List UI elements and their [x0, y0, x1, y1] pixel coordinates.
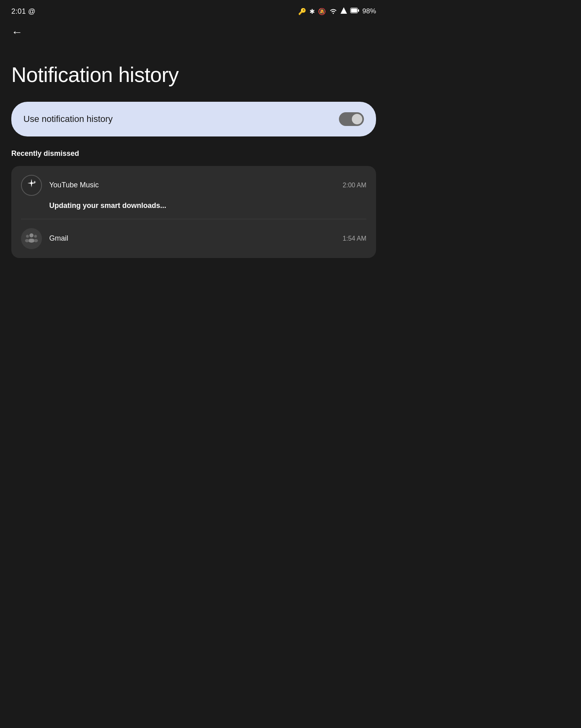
mute-icon: 🔕 [318, 8, 326, 15]
status-time: 2:01 @ [11, 7, 36, 16]
svg-marker-0 [341, 7, 347, 14]
toggle-switch[interactable] [339, 112, 364, 126]
svg-point-9 [34, 239, 38, 242]
notification-history-toggle-card[interactable]: Use notification history [11, 102, 376, 136]
battery-percent: 98% [362, 7, 376, 15]
svg-point-5 [28, 239, 35, 243]
recently-dismissed-label: Recently dismissed [0, 149, 387, 166]
gmail-app-icon [21, 228, 42, 249]
svg-rect-2 [351, 8, 357, 13]
svg-rect-3 [358, 9, 359, 12]
notification-item-gmail: Gmail 1:54 AM [11, 219, 376, 258]
back-button[interactable]: ← [11, 26, 23, 39]
ytm-sparkle-icon [25, 177, 38, 193]
nav-bar: ← [0, 21, 387, 47]
notification-left-gmail: Gmail [21, 228, 68, 249]
svg-point-4 [29, 233, 33, 237]
bluetooth-icon: ✱ [309, 8, 315, 15]
ytm-app-icon [21, 175, 42, 196]
svg-point-6 [26, 235, 29, 237]
notification-header-gmail: Gmail 1:54 AM [21, 228, 366, 249]
toggle-label: Use notification history [23, 114, 113, 124]
signal-icon [341, 7, 347, 15]
toggle-knob [352, 114, 362, 124]
status-bar: 2:01 @ 🔑 ✱ 🔕 [0, 0, 387, 21]
notification-list: YouTube Music 2:00 AM Updating your smar… [11, 166, 376, 258]
gmail-notification-time: 1:54 AM [343, 235, 366, 242]
ytm-notification-time: 2:00 AM [343, 182, 366, 189]
gmail-group-icon [25, 232, 38, 245]
gmail-app-name: Gmail [49, 234, 68, 243]
notification-left-ytm: YouTube Music [21, 175, 99, 196]
notification-header-ytm: YouTube Music 2:00 AM [21, 175, 366, 196]
svg-point-8 [34, 235, 37, 237]
ytm-app-name: YouTube Music [49, 181, 99, 189]
wifi-icon [329, 8, 337, 15]
status-icons: 🔑 ✱ 🔕 98% [298, 7, 376, 15]
svg-point-7 [25, 239, 29, 242]
ytm-notification-body: Updating your smart downloads... [21, 201, 366, 210]
notification-item-ytm: YouTube Music 2:00 AM Updating your smar… [11, 166, 376, 219]
page-title: Notification history [0, 47, 387, 102]
key-icon: 🔑 [298, 8, 306, 15]
battery-icon [350, 8, 359, 15]
